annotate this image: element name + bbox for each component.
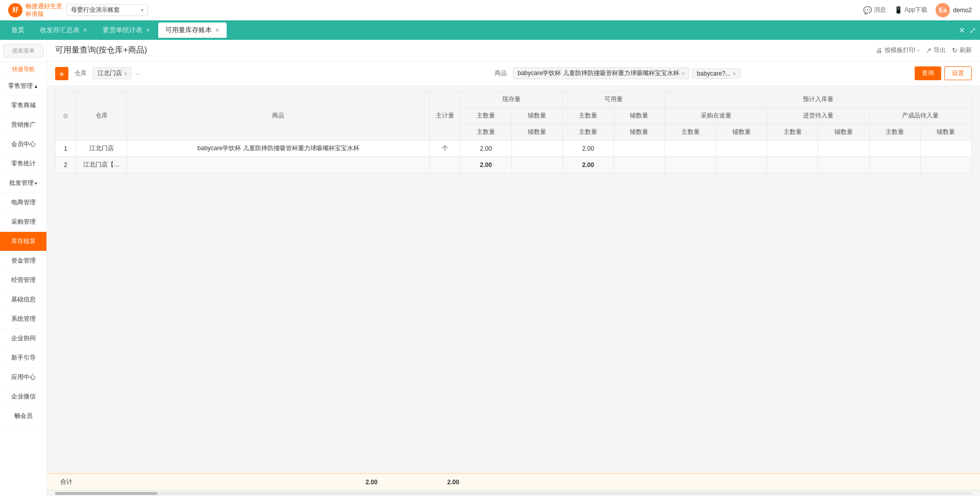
nav-right-icons: ✕ ⤢ <box>959 26 976 35</box>
total-avail-main: 2.00 <box>433 479 474 486</box>
subtotal-pt-main <box>665 157 716 173</box>
col-avail-main-qty: 主数量 <box>562 124 614 140</box>
sidebar-item-finance-mgmt[interactable]: 资金管理 <box>0 251 46 271</box>
tab-close-order-stat[interactable]: ✕ <box>145 27 150 34</box>
sidebar-item-wholesale-mgmt[interactable]: 批发管理 ▾ <box>0 174 46 193</box>
col-prod-aux-qty: 辅数量 <box>920 124 971 140</box>
col-forecast-header: 预计入库量 <box>665 91 972 108</box>
row-prod-main <box>869 140 920 157</box>
refresh-btn[interactable]: ↻ 刷新 <box>952 46 972 55</box>
sidebar-item-basic-info[interactable]: 基础信息 <box>0 290 46 310</box>
app-download-btn[interactable]: 📱 App下载 <box>894 6 927 14</box>
row-unit: 个 <box>430 140 460 157</box>
settings-icon[interactable]: ⚙ <box>63 112 68 120</box>
subtotal-inv-main: 2.00 <box>460 157 511 173</box>
tab-close-receivable[interactable]: ✕ <box>83 27 87 34</box>
product-tag-1-close[interactable]: × <box>681 70 684 77</box>
row-inv-aux <box>511 140 562 157</box>
nav-close-icon[interactable]: ✕ <box>959 26 965 35</box>
sidebar-item-inventory-check[interactable]: 库存核算 <box>0 232 46 251</box>
col-warehouse-header: 仓库 <box>76 91 127 140</box>
sidebar-item-member-center[interactable]: 会员中心 <box>0 135 46 154</box>
row-pt-main <box>665 140 716 157</box>
page-actions: 🖨 按模板打印 ▾ ↗ 导出 ↻ 刷新 <box>876 46 972 55</box>
col-pt-aux-qty: 辅数量 <box>716 124 767 140</box>
table-row: 1 江北门店 babycare学饮杯 儿童防摔防撞吸管杯重力球吸嘴杯宝宝水杯 个… <box>56 140 972 157</box>
filter-expand-btn[interactable]: » <box>55 67 68 80</box>
tab-available-inventory[interactable]: 可用量库存账本 ✕ <box>158 22 227 38</box>
col-available-header: 可用量 <box>562 91 665 108</box>
sidebar-item-new-guide[interactable]: 新手引导 <box>0 348 46 368</box>
settings-button[interactable]: 设置 <box>944 66 972 80</box>
search-menu-btn[interactable]: 搜索菜单 <box>3 44 43 58</box>
top-bar-right: 💬 消息 📱 App下载 Ea demo2 <box>863 3 972 17</box>
product-tag-2: babycare?... × <box>692 68 740 79</box>
sidebar-item-enterprise-collab[interactable]: 企业协同 <box>0 329 46 348</box>
warehouse-tag-close[interactable]: × <box>124 70 127 77</box>
subtotal-pi-aux <box>818 157 869 173</box>
user-area[interactable]: Ea demo2 <box>936 3 972 17</box>
col-inventory-header: 现存量 <box>460 91 562 108</box>
sidebar-item-system-mgmt[interactable]: 系统管理 <box>0 310 46 329</box>
col-inventory-main-header: 主数量 <box>460 108 511 124</box>
message-btn[interactable]: 💬 消息 <box>863 6 886 14</box>
sidebar-item-retail-mall[interactable]: 零售商城 <box>0 96 46 115</box>
content-area: 可用量查询(按仓库+商品) 🖨 按模板打印 ▾ ↗ 导出 ↻ 刷新 <box>47 40 980 496</box>
col-available-aux-header: 辅数量 <box>614 108 665 124</box>
print-btn[interactable]: 🖨 按模板打印 ▾ <box>876 46 920 55</box>
warehouse-tag-area: 江北门店 × ··· <box>93 67 488 79</box>
col-unit-header: 主计量 <box>430 91 460 140</box>
sidebar-item-retail-stats[interactable]: 零售统计 <box>0 154 46 174</box>
app-icon: 📱 <box>894 6 902 14</box>
sidebar-item-app-center[interactable]: 应用中心 <box>0 368 46 387</box>
product-filter-label: 商品 <box>495 69 507 78</box>
filter-actions: 查询 设置 <box>915 66 972 80</box>
chevron-up-icon: ▲ <box>34 84 38 89</box>
message-icon: 💬 <box>863 6 872 14</box>
row-avail-main: 2.00 <box>562 140 614 157</box>
username-label: demo2 <box>953 7 972 14</box>
product-tag-1: babycare学饮杯 儿童防摔防撞吸管杯重力球吸嘴杯宝宝水杯 × <box>513 67 689 79</box>
row-num: 1 <box>56 140 76 157</box>
subtotal-prod-aux <box>920 157 971 173</box>
sidebar-item-marketing[interactable]: 营销推广 <box>0 115 46 135</box>
warehouse-filter-label: 仓库 <box>75 69 87 78</box>
col-inv-main-qty: 主数量 <box>460 124 511 140</box>
logo-icon: 好 <box>8 3 22 17</box>
scroll-thumb[interactable] <box>55 492 157 495</box>
tab-close-available-inventory[interactable]: ✕ <box>215 27 219 34</box>
sidebar-item-vip-member[interactable]: 畅会员 <box>0 407 46 426</box>
row-inv-main: 2.00 <box>460 140 511 157</box>
table-wrapper: ⚙ 仓库 商品 主计量 现存量 可用量 预计入库量 主数量 辅数量 主数量 辅数… <box>47 86 980 473</box>
avatar: Ea <box>936 3 950 17</box>
horizontal-scrollbar[interactable] <box>47 490 980 496</box>
filter-more-icon[interactable]: ··· <box>135 69 141 78</box>
filter-bar: » 仓库 江北门店 × ··· 商品 babycare学饮杯 儿童防摔防撞吸管杯… <box>47 61 980 86</box>
query-button[interactable]: 查询 <box>915 66 941 80</box>
subtotal-prod-main <box>869 157 920 173</box>
subtotal-unit <box>430 157 460 173</box>
data-table: ⚙ 仓库 商品 主计量 现存量 可用量 预计入库量 主数量 辅数量 主数量 辅数… <box>55 91 972 173</box>
sidebar-item-ecommerce-mgmt[interactable]: 电商管理 <box>0 193 46 212</box>
product-tag-2-close[interactable]: × <box>732 70 736 77</box>
tab-order-stat[interactable]: 要货单统计表 ✕ <box>95 22 157 38</box>
tab-receivable[interactable]: 收发存汇总表 ✕ <box>33 22 94 38</box>
sidebar-item-enterprise-wechat[interactable]: 企业微信 <box>0 387 46 407</box>
total-inv-main: 2.00 <box>351 479 392 486</box>
top-bar-left: 好 畅捷通好生意 标准版 母婴行业演示账套 ▾ <box>8 3 148 17</box>
row-pi-main <box>767 140 818 157</box>
tab-home[interactable]: 首页 <box>4 22 32 38</box>
org-selector[interactable]: 母婴行业演示账套 ▾ <box>66 4 148 16</box>
export-btn[interactable]: ↗ 导出 <box>926 46 946 55</box>
main-layout: 搜索菜单 快捷导航 零售管理 ▲ 零售商城 营销推广 会员中心 零售统计 批发管… <box>0 40 980 496</box>
sidebar-item-operations-mgmt[interactable]: 经营管理 <box>0 271 46 290</box>
product-tag-area: babycare学饮杯 儿童防摔防撞吸管杯重力球吸嘴杯宝宝水杯 × babyca… <box>513 67 909 79</box>
sidebar-item-retail-mgmt[interactable]: 零售管理 ▲ <box>0 77 46 96</box>
scroll-track <box>55 492 972 495</box>
quick-nav-btn[interactable]: 快捷导航 <box>0 62 46 77</box>
row-avail-aux <box>614 140 665 157</box>
sidebar-item-purchase-mgmt[interactable]: 采购管理 <box>0 212 46 232</box>
nav-expand-icon[interactable]: ⤢ <box>969 26 976 35</box>
expand-icon: » <box>60 69 64 78</box>
sidebar-search-area: 搜索菜单 <box>0 40 46 62</box>
